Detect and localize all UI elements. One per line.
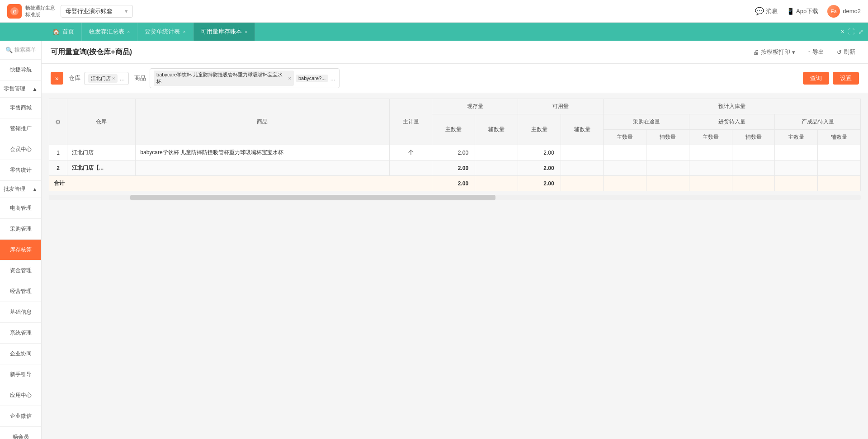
print-button[interactable]: 🖨 按模板打印 ▾	[750, 46, 799, 58]
tab-available-stock[interactable]: 可用量库存账本 ×	[193, 23, 255, 41]
row1-purchase-aux	[646, 145, 689, 160]
table-container: ⚙ 仓库 商品 主计量 现存量 可用量 预计入库量 主数量 辅数量 主数量 辅数…	[42, 93, 868, 439]
row2-avail-aux	[561, 160, 604, 176]
row2-avail-main: 2.00	[518, 160, 561, 176]
tab-home[interactable]: 🏠 首页	[45, 23, 82, 41]
col-warehouse-header: 仓库	[67, 99, 136, 145]
tab-close-order[interactable]: ×	[183, 29, 185, 34]
scrollbar-thumb	[130, 195, 495, 200]
row2-seq: 2	[49, 160, 67, 176]
goods-filter-group: 商品 babycare学饮杯 儿童防摔防撞吸管杯重力球吸嘴杯宝宝水杯 × bab…	[134, 68, 340, 88]
sidebar-item-finance[interactable]: 资金管理	[0, 260, 41, 281]
col-production-main-header: 主数量	[775, 130, 818, 145]
warehouse-input[interactable]: 江北门店 × ...	[84, 72, 129, 85]
top-bar-left: 好 畅捷通好生意 标准版 母婴行业演示账套 ▾	[7, 4, 133, 19]
warehouse-label: 仓库	[69, 74, 80, 82]
goods-tag-2: babycare?...	[296, 75, 329, 82]
sidebar-item-wholesale[interactable]: 批发管理 ▲	[0, 181, 41, 198]
col-goods-header: 商品	[136, 99, 389, 145]
sidebar-item-inventory[interactable]: 库存核算	[0, 240, 41, 260]
tab-receive-summary[interactable]: 收发存汇总表 ×	[82, 23, 137, 41]
goods-label: 商品	[134, 74, 146, 82]
row1-stock-aux	[475, 145, 518, 160]
page-actions: 🖨 按模板打印 ▾ ↑ 导出 ↺ 刷新	[750, 46, 859, 58]
row2-goods	[136, 160, 389, 176]
goods-more[interactable]: ...	[330, 75, 335, 82]
filter-toggle-button[interactable]: »	[51, 72, 63, 85]
warehouse-tag: 江北门店 ×	[88, 74, 118, 83]
query-button[interactable]: 查询	[803, 72, 829, 85]
row1-production-main	[775, 145, 818, 160]
sidebar-search[interactable]: 🔍 搜索菜单	[0, 41, 41, 60]
tab-close-receive[interactable]: ×	[127, 29, 130, 34]
col-stock-main-header: 主数量	[432, 114, 475, 145]
row2-warehouse: 江北门店【...	[67, 160, 136, 176]
sidebar-item-purchase[interactable]: 采购管理	[0, 219, 41, 240]
data-table: ⚙ 仓库 商品 主计量 现存量 可用量 预计入库量 主数量 辅数量 主数量 辅数…	[49, 99, 861, 191]
row2-production-aux	[818, 160, 861, 176]
message-button[interactable]: 💬 消息	[755, 7, 778, 15]
footer-incoming-main	[689, 176, 732, 191]
warehouse-more[interactable]: ...	[119, 75, 125, 82]
content-area: 可用量查询(按仓库+商品) 🖨 按模板打印 ▾ ↑ 导出 ↺ 刷新 »	[42, 41, 868, 439]
row1-incoming-main	[689, 145, 732, 160]
app-download-button[interactable]: 📱 App下载	[787, 7, 818, 15]
table-row: 1 江北门店 babycare学饮杯 儿童防摔防撞吸管杯重力球吸嘴杯宝宝水杯 个…	[49, 145, 861, 160]
table-row-group: 2 江北门店【... 2.00 2.00	[49, 160, 861, 176]
sidebar-item-system[interactable]: 系统管理	[0, 323, 41, 344]
col-current-stock-header: 现存量	[432, 99, 518, 114]
tab-order-stats[interactable]: 要货单统计表 ×	[137, 23, 193, 41]
sidebar-item-operations[interactable]: 经营管理	[0, 281, 41, 302]
page-header: 可用量查询(按仓库+商品) 🖨 按模板打印 ▾ ↑ 导出 ↺ 刷新	[42, 41, 868, 64]
column-settings-icon[interactable]: ⚙	[55, 118, 61, 126]
expand-button[interactable]: ⛶	[848, 28, 854, 35]
close-all-tabs-button[interactable]: ×	[841, 28, 844, 35]
col-incoming-main-header: 主数量	[689, 130, 732, 145]
footer-stock-aux	[475, 176, 518, 191]
horizontal-scrollbar[interactable]	[49, 195, 861, 200]
setting-button[interactable]: 设置	[833, 72, 859, 85]
row2-stock-main: 2.00	[432, 160, 475, 176]
export-button[interactable]: ↑ 导出	[804, 46, 828, 58]
sidebar-item-retail-mall[interactable]: 零售商城	[0, 98, 41, 118]
goods-input[interactable]: babycare学饮杯 儿童防摔防撞吸管杯重力球吸嘴杯宝宝水杯 × babyca…	[150, 68, 340, 88]
tab-close-available[interactable]: ×	[245, 29, 247, 34]
sidebar-item-enterprise[interactable]: 企业协同	[0, 344, 41, 364]
footer-purchase-aux	[646, 176, 689, 191]
fullscreen-button[interactable]: ⤢	[858, 28, 863, 35]
sidebar-item-app-center[interactable]: 应用中心	[0, 385, 41, 406]
footer-stock-main: 2.00	[432, 176, 475, 191]
sidebar-item-member[interactable]: 会员中心	[0, 139, 41, 160]
row1-avail-main: 2.00	[518, 145, 561, 160]
row2-unit	[389, 160, 432, 176]
row1-production-aux	[818, 145, 861, 160]
row2-purchase-main	[604, 160, 646, 176]
footer-production-main	[775, 176, 818, 191]
sidebar-item-quick-nav[interactable]: 快捷导航	[0, 60, 41, 80]
sidebar-item-guide[interactable]: 新手引导	[0, 364, 41, 385]
user-menu[interactable]: Ea demo2	[827, 5, 861, 18]
footer-total-row: 合计 2.00 2.00	[49, 176, 861, 191]
goods-tag1-remove[interactable]: ×	[288, 76, 291, 81]
sidebar-item-marketing[interactable]: 营销推广	[0, 118, 41, 139]
col-settings-header: ⚙	[49, 99, 67, 145]
sidebar-item-retail[interactable]: 零售管理 ▲	[0, 80, 41, 98]
sidebar-item-basic-info[interactable]: 基础信息	[0, 302, 41, 323]
refresh-button[interactable]: ↺ 刷新	[833, 46, 859, 58]
footer-avail-aux	[561, 176, 604, 191]
row1-purchase-main	[604, 145, 646, 160]
nav-tabs: 🏠 首页 收发存汇总表 × 要货单统计表 × 可用量库存账本 × × ⛶ ⤢	[0, 23, 868, 41]
footer-incoming-aux	[732, 176, 775, 191]
sidebar-item-retail-stats[interactable]: 零售统计	[0, 160, 41, 181]
sidebar-item-member2[interactable]: 畅会员	[0, 427, 41, 439]
workspace-selector[interactable]: 母婴行业演示账套 ▾	[61, 5, 133, 18]
warehouse-tag-remove[interactable]: ×	[112, 76, 115, 81]
logo-text: 畅捷通好生意 标准版	[25, 5, 55, 18]
sidebar-item-wecom[interactable]: 企业微信	[0, 406, 41, 427]
sidebar: 🔍 搜索菜单 快捷导航 零售管理 ▲ 零售商城 营销推广 会员中心 零售统计 批…	[0, 41, 42, 439]
sidebar-item-ecommerce[interactable]: 电商管理	[0, 198, 41, 219]
footer-avail-main: 2.00	[518, 176, 561, 191]
row2-purchase-aux	[646, 160, 689, 176]
row2-incoming-aux	[732, 160, 775, 176]
filter-bar: » 仓库 江北门店 × ... 商品 babycare学饮杯 儿童防摔防撞吸管杯…	[42, 64, 868, 93]
